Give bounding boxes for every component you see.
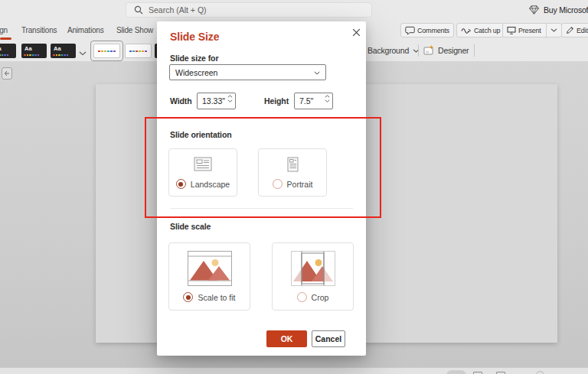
- zoom-icon[interactable]: [536, 371, 544, 374]
- left-arrow-icon: [4, 70, 10, 76]
- search-placeholder: Search (Alt + Q): [149, 5, 207, 15]
- crop-option[interactable]: Crop: [272, 242, 354, 311]
- ok-button[interactable]: OK: [266, 330, 307, 347]
- designer-icon: [423, 45, 434, 55]
- scale-to-fit-option[interactable]: Scale to fit: [168, 242, 250, 311]
- tab-slide-show[interactable]: Slide Show: [116, 26, 153, 34]
- scale-to-fit-image-icon: [169, 251, 250, 286]
- catch-up-icon: [461, 27, 472, 34]
- width-stepper[interactable]: 13.33": [197, 93, 236, 109]
- powerpoint-web-app: Search (Alt + Q) Buy Microsoft Design Tr…: [0, 0, 588, 374]
- variant-thumbnail[interactable]: [125, 44, 152, 58]
- crop-radio[interactable]: [297, 292, 307, 302]
- background-button[interactable]: Background: [368, 46, 420, 55]
- status-pill[interactable]: [446, 370, 466, 374]
- chevron-down-icon: [550, 28, 557, 32]
- theme-thumbnail[interactable]: Aa: [0, 44, 16, 58]
- active-tab-underline: [0, 37, 11, 40]
- tab-transitions[interactable]: Transitions: [21, 26, 57, 34]
- slide-scale-label: Slide scale: [170, 222, 211, 231]
- slide-size-dropdown[interactable]: Widescreen: [169, 64, 326, 80]
- buy-microsoft-button[interactable]: Buy Microsoft: [529, 0, 588, 20]
- pencil-icon: [566, 26, 574, 34]
- chevron-down-icon: [227, 99, 233, 102]
- height-label: Height: [264, 96, 289, 106]
- status-bar: [0, 367, 588, 374]
- theme-thumbnail[interactable]: Aa: [21, 44, 47, 58]
- variant-thumbnail-selected[interactable]: [90, 41, 123, 61]
- comments-button[interactable]: Comments: [400, 23, 454, 37]
- gem-icon: [529, 5, 539, 15]
- present-icon: [507, 26, 516, 34]
- annotation-rectangle: [145, 117, 381, 218]
- chevron-down-icon: [314, 71, 320, 75]
- catch-up-button[interactable]: Catch up: [456, 23, 505, 37]
- chevron-up-icon: [325, 95, 330, 98]
- editing-button[interactable]: Editing: [561, 23, 588, 37]
- cancel-button[interactable]: Cancel: [312, 330, 345, 347]
- search-icon: [134, 5, 143, 15]
- height-stepper[interactable]: 7.5": [294, 93, 333, 109]
- designer-button[interactable]: Designer: [423, 45, 469, 55]
- slide-size-for-label: Slide size for: [170, 54, 218, 63]
- dialog-title: Slide Size: [170, 31, 219, 43]
- present-button[interactable]: Present: [502, 23, 562, 37]
- tab-animations[interactable]: Animations: [67, 26, 103, 34]
- scale-to-fit-radio[interactable]: [183, 292, 193, 302]
- width-label: Width: [170, 96, 192, 106]
- chevron-up-icon: [227, 95, 233, 98]
- close-icon[interactable]: [348, 24, 364, 41]
- present-dropdown[interactable]: [546, 24, 561, 37]
- theme-gallery-chevron[interactable]: [79, 48, 87, 57]
- crop-image-icon: [273, 251, 353, 286]
- comment-icon: [405, 26, 415, 35]
- theme-thumbnail[interactable]: Aa: [51, 44, 76, 58]
- back-button[interactable]: [2, 67, 12, 80]
- tab-design[interactable]: Design: [0, 26, 8, 34]
- chevron-down-icon: [325, 99, 330, 102]
- search-input[interactable]: Search (Alt + Q): [126, 2, 372, 18]
